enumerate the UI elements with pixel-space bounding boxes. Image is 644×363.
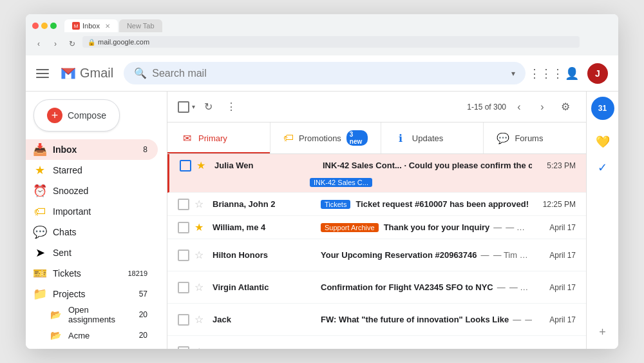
user-avatar[interactable]: J: [587, 63, 608, 84]
email-preview: — Wednesday, November 7th 2015, San...: [509, 282, 532, 292]
minimize-dot[interactable]: [41, 23, 48, 29]
select-all-dropdown[interactable]: ▾: [192, 103, 195, 110]
star-button[interactable]: ★: [194, 221, 207, 233]
search-dropdown-arrow[interactable]: ▾: [511, 69, 515, 78]
page-info: 1-15 of 300: [467, 103, 506, 112]
email-preview: — We have received your message and ...: [506, 222, 532, 232]
sidebar-item-support-archive[interactable]: 📂 Support Archive 9: [26, 346, 158, 349]
sidebar-item-projects[interactable]: 📁 Projects 57: [26, 284, 158, 304]
email-time: April 16: [537, 348, 576, 349]
sidebar-item-open-assignments[interactable]: 📂 Open assignments 20: [41, 304, 158, 325]
browser-back-button[interactable]: ‹: [32, 37, 45, 50]
email-checkbox[interactable]: [178, 314, 189, 326]
search-bar[interactable]: 🔍 ▾: [124, 62, 526, 84]
apps-icon[interactable]: ⋮⋮⋮: [536, 63, 556, 84]
star-button[interactable]: ☆: [194, 313, 207, 326]
email-checkbox[interactable]: [178, 222, 189, 233]
tab-primary[interactable]: ✉ Primary: [167, 123, 270, 153]
sidebar: + Compose 📥 Inbox 8 ★ Starred ⏰ Snoozed: [26, 92, 167, 349]
sidebar-item-inbox[interactable]: 📥 Inbox 8: [26, 139, 158, 160]
calendar-icon[interactable]: 31: [591, 97, 614, 120]
toolbar: ▾ ↻ ⋮ 1-15 of 300 ‹ › ⚙: [167, 92, 586, 123]
tab-forums[interactable]: 💬 Forums: [484, 123, 586, 153]
sidebar-item-sent-label: Sent: [53, 248, 147, 258]
star-button[interactable]: ☆: [194, 346, 207, 349]
maximize-dot[interactable]: [50, 23, 57, 29]
browser-forward-button[interactable]: ›: [49, 37, 62, 50]
gmail-favicon: M: [72, 22, 80, 30]
sidebar-item-starred[interactable]: ★ Starred: [26, 160, 158, 181]
email-checkbox[interactable]: [178, 282, 189, 293]
email-row[interactable]: ★ William, me 4 Support Archive Thank yo…: [167, 216, 586, 239]
email-subject: Your Upcoming Reservation #20963746: [321, 250, 477, 260]
sidebar-item-acme-label: Acme: [68, 331, 128, 340]
star-button[interactable]: ☆: [194, 249, 207, 261]
close-dot[interactable]: [32, 23, 39, 29]
hamburger-menu[interactable]: [36, 69, 49, 78]
tab-promotions[interactable]: 🏷 Promotions 3 new: [270, 123, 381, 153]
keep-icon[interactable]: 💛: [591, 130, 614, 153]
email-row[interactable]: ☆ Jack FW: What "the future of innovatio…: [167, 304, 586, 336]
important-icon: 🏷: [33, 205, 46, 218]
email-subject: INK-42 Sales Cont... · Could you please …: [323, 161, 532, 170]
tab-primary-label: Primary: [198, 133, 227, 143]
sidebar-item-chats[interactable]: 💬 Chats: [26, 222, 158, 242]
browser-reload-button[interactable]: ↻: [66, 37, 79, 50]
compose-label: Compose: [68, 110, 106, 121]
primary-tab-icon: ✉: [180, 132, 193, 144]
search-input[interactable]: [152, 68, 506, 79]
email-checkbox[interactable]: [178, 250, 189, 261]
browser-tab-active[interactable]: M Inbox ✕: [64, 19, 118, 32]
next-page-button[interactable]: ›: [532, 97, 553, 117]
sidebar-item-chats-label: Chats: [53, 227, 147, 237]
header-icons: ⋮⋮⋮ 👤 J: [536, 63, 608, 84]
gmail-logo: Gmail: [59, 64, 113, 83]
search-icon: 🔍: [134, 67, 147, 79]
account-circle-icon[interactable]: 👤: [562, 63, 582, 84]
sidebar-item-important[interactable]: 🏷 Important: [26, 201, 158, 222]
sent-icon: ➤: [33, 246, 46, 259]
email-checkbox[interactable]: [178, 346, 189, 349]
browser-tab-inactive[interactable]: New Tab: [119, 19, 162, 32]
star-button[interactable]: ☆: [194, 198, 207, 210]
email-subject: FW: What "the future of innovation" Look…: [321, 315, 509, 324]
email-row-main: ★ Julia Wen INK-42 Sales Cont... · Could…: [180, 159, 576, 172]
email-row[interactable]: ★ Julia Wen INK-42 Sales Cont... · Could…: [167, 154, 586, 193]
add-plugin-icon[interactable]: +: [591, 320, 614, 344]
compose-button[interactable]: + Compose: [33, 99, 120, 132]
snoozed-icon: ⏰: [33, 184, 46, 197]
star-button[interactable]: ★: [196, 159, 209, 172]
email-content: Confirmation for Flight VA2345 SFO to NY…: [321, 282, 532, 292]
sidebar-item-tickets[interactable]: 🎫 Tickets 18219: [26, 263, 158, 284]
gmail-app: Gmail 🔍 ▾ ⋮⋮⋮ 👤 J + Compose 📥: [26, 55, 618, 349]
sidebar-item-snoozed[interactable]: ⏰ Snoozed: [26, 181, 158, 201]
email-checkbox[interactable]: [180, 160, 191, 172]
email-row[interactable]: ☆ Virgin Atlantic Confirmation for Fligh…: [167, 271, 586, 304]
email-row[interactable]: ☆ Xancer Photos from my road trip — — Hi…: [167, 336, 586, 349]
gmail-header: Gmail 🔍 ▾ ⋮⋮⋮ 👤 J: [26, 55, 618, 92]
acme-icon: 📂: [49, 329, 62, 342]
email-row[interactable]: ☆ Hilton Honors Your Upcoming Reservatio…: [167, 239, 586, 271]
sidebar-item-acme[interactable]: 📂 Acme 20: [41, 325, 158, 346]
select-all-checkbox[interactable]: [178, 101, 189, 113]
sidebar-item-starred-label: Starred: [53, 165, 147, 175]
refresh-button[interactable]: ↻: [198, 97, 218, 117]
star-button[interactable]: ☆: [194, 281, 207, 293]
more-options-button[interactable]: ⋮: [221, 97, 242, 117]
email-chips: INK-42 Sales C...: [310, 178, 372, 187]
email-content: Tickets Ticket request #610007 has been …: [321, 199, 532, 209]
email-time: April 17: [537, 283, 576, 292]
tasks-icon[interactable]: ✓: [591, 156, 614, 179]
email-subject: Photos from my road trip: [321, 347, 421, 349]
browser-tab-close[interactable]: ✕: [105, 23, 110, 30]
email-row[interactable]: ☆ Brianna, John 2 Tickets Ticket request…: [167, 193, 586, 216]
email-checkbox[interactable]: [178, 199, 189, 210]
sidebar-item-inbox-label: Inbox: [53, 144, 128, 155]
settings-button[interactable]: ⚙: [555, 97, 576, 117]
sidebar-item-sent[interactable]: ➤ Sent: [26, 242, 158, 263]
tab-updates[interactable]: ℹ Updates: [381, 123, 484, 153]
email-content: FW: What "the future of innovation" Look…: [321, 315, 532, 324]
email-row-main: ★ William, me 4 Support Archive Thank yo…: [178, 221, 576, 233]
prev-page-button[interactable]: ‹: [509, 97, 529, 117]
address-bar[interactable]: 🔒 mail.google.com: [82, 36, 580, 48]
